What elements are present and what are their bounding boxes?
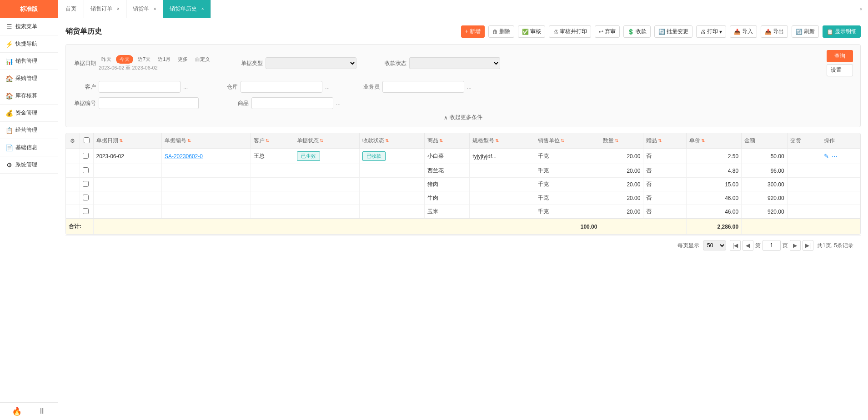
sidebar-item-sys-mgmt[interactable]: ⚙ 系统管理: [0, 156, 58, 174]
th-unit[interactable]: 销售单位 ⇅: [535, 133, 600, 149]
salesperson-dots-btn[interactable]: ...: [467, 84, 472, 90]
batch-change-icon: 🔄: [658, 29, 665, 35]
date-btn-custom[interactable]: 自定义: [192, 55, 213, 64]
th-payment-status[interactable]: 收款状态 ⇅: [359, 133, 425, 149]
warehouse-input[interactable]: [241, 81, 322, 93]
pause-icon[interactable]: ⏸: [38, 406, 46, 416]
close-tab-sales-history[interactable]: ×: [201, 6, 204, 11]
collect-button[interactable]: 💲 收款: [623, 25, 651, 38]
new-button[interactable]: + 新增: [461, 25, 485, 38]
tab-sales-order[interactable]: 销售订单 ×: [84, 0, 126, 18]
collapse-section: ∧ 收起更多条件: [73, 114, 853, 121]
close-tab-sales-order[interactable]: ×: [117, 6, 120, 11]
last-page-btn[interactable]: ▶|: [803, 240, 813, 251]
close-tab-sales-goods[interactable]: ×: [154, 6, 156, 11]
prev-page-btn[interactable]: ◀: [743, 240, 753, 251]
edit-icon[interactable]: ✎: [824, 153, 829, 160]
row-checkbox-2[interactable]: [83, 181, 89, 187]
th-spec[interactable]: 规格型号 ⇅: [470, 133, 535, 149]
date-label: 单据日期: [73, 60, 96, 67]
data-table-wrapper: ⚙ 单据日期 ⇅ 单据编号: [65, 133, 861, 235]
page-number-input[interactable]: [763, 240, 781, 251]
more-icon[interactable]: ⋯: [832, 153, 838, 160]
sidebar-item-finance[interactable]: 💰 资金管理: [0, 105, 58, 122]
delete-button[interactable]: 🗑 删除: [488, 25, 514, 38]
salesperson-input[interactable]: [382, 81, 464, 93]
th-unit-price[interactable]: 单价 ⇅: [687, 133, 742, 149]
query-button[interactable]: 查询: [827, 50, 853, 62]
fire-icon[interactable]: 🔥: [12, 406, 22, 416]
settings-button[interactable]: 设置: [827, 64, 853, 76]
date-btn-7days[interactable]: 近7天: [135, 55, 153, 64]
import-button[interactable]: 📥 导入: [730, 25, 757, 38]
print-button[interactable]: 🖨 打印 ▾: [696, 25, 726, 38]
tab-sales-goods[interactable]: 销货单 ×: [126, 0, 163, 18]
audit-print-button[interactable]: 🖨 审核并打印: [549, 25, 591, 38]
row-qty: 20.00: [600, 205, 643, 219]
payment-status-select[interactable]: [409, 57, 500, 69]
th-qty[interactable]: 数量 ⇅: [600, 133, 643, 149]
close-all-tabs[interactable]: ×: [854, 6, 868, 12]
row-gift: 否: [643, 205, 687, 219]
th-doc-status[interactable]: 单据状态 ⇅: [294, 133, 360, 149]
sidebar-item-operations[interactable]: 📋 经营管理: [0, 122, 58, 139]
doc-no-label: 单据编号: [73, 100, 96, 107]
sidebar-item-search-menu[interactable]: ☰ 搜索菜单: [0, 18, 58, 35]
first-page-btn[interactable]: |◀: [730, 240, 741, 251]
sidebar-item-quick-nav[interactable]: ⚡ 快捷导航: [0, 35, 58, 53]
row-checkbox-4[interactable]: [83, 208, 89, 214]
th-gift[interactable]: 赠品 ⇅: [643, 133, 687, 149]
row-checkbox-0[interactable]: [83, 153, 89, 159]
row-checkbox-3[interactable]: [83, 195, 89, 200]
row-checkbox-1[interactable]: [83, 167, 89, 173]
warehouse-dots-btn[interactable]: ...: [325, 84, 330, 90]
sidebar-item-label: 经营管理: [15, 126, 37, 134]
tab-sales-history[interactable]: 销货单历史 ×: [163, 0, 211, 18]
audit-button[interactable]: ✅ 审核: [518, 25, 545, 38]
select-all-checkbox[interactable]: [84, 137, 90, 143]
doc-no-link[interactable]: SA-20230602-0: [165, 153, 203, 160]
date-btn-today[interactable]: 今天: [116, 55, 133, 64]
customer-input[interactable]: [99, 81, 181, 93]
row-checkbox[interactable]: [80, 164, 93, 178]
row-checkbox[interactable]: [80, 178, 93, 191]
next-page-btn[interactable]: ▶: [790, 240, 801, 251]
sidebar-item-sales-mgmt[interactable]: 📊 销售管理: [0, 53, 58, 70]
th-goods[interactable]: 商品 ⇅: [425, 133, 470, 149]
doc-type-select[interactable]: [266, 57, 356, 69]
row-checkbox[interactable]: [80, 149, 93, 164]
doc-no-input[interactable]: [99, 97, 199, 109]
date-btn-1month[interactable]: 近1月: [155, 55, 173, 64]
finance-icon: 💰: [5, 110, 13, 117]
goods-input[interactable]: [251, 97, 333, 109]
sidebar-item-label: 资金管理: [15, 109, 37, 117]
th-doc-date[interactable]: 单据日期 ⇅: [93, 133, 161, 149]
export-button[interactable]: 📤 导出: [761, 25, 788, 38]
refresh-button[interactable]: 🔃 刷新: [792, 25, 819, 38]
batch-change-button[interactable]: 🔄 批量变更: [654, 25, 692, 38]
per-page-select[interactable]: 50 20 100: [703, 240, 726, 250]
row-gear: [66, 149, 80, 164]
row-goods: 牛肉: [425, 191, 470, 205]
th-customer[interactable]: 客户 ⇅: [251, 133, 294, 149]
sidebar-item-purchase-mgmt[interactable]: 🏠 采购管理: [0, 70, 58, 87]
date-btn-more[interactable]: 更多: [175, 55, 191, 64]
collapse-button[interactable]: ∧ 收起更多条件: [73, 114, 853, 121]
th-gear[interactable]: ⚙: [66, 133, 80, 149]
table-row: 玉米千克20.00否46.00920.00: [66, 205, 860, 219]
th-doc-no[interactable]: 单据编号 ⇅: [161, 133, 251, 149]
customer-dots-btn[interactable]: ...: [183, 84, 188, 90]
sidebar-item-label: 基础信息: [15, 144, 37, 151]
row-qty: 20.00: [600, 178, 643, 191]
row-checkbox[interactable]: [80, 191, 93, 205]
sort-doc-status-icon: ⇅: [320, 138, 323, 143]
display-detail-button[interactable]: 📋 显示明细: [823, 25, 861, 38]
tab-home[interactable]: 首页: [58, 0, 84, 18]
goods-dots-btn[interactable]: ...: [336, 100, 341, 106]
abandon-button[interactable]: ↩ 弃审: [595, 25, 620, 38]
row-checkbox[interactable]: [80, 205, 93, 219]
sidebar-item-basic-info[interactable]: 📄 基础信息: [0, 139, 58, 156]
date-btn-yesterday[interactable]: 昨天: [99, 55, 114, 64]
sidebar-item-inventory[interactable]: 🏠 库存核算: [0, 87, 58, 105]
row-unit-price: 46.00: [687, 191, 742, 205]
